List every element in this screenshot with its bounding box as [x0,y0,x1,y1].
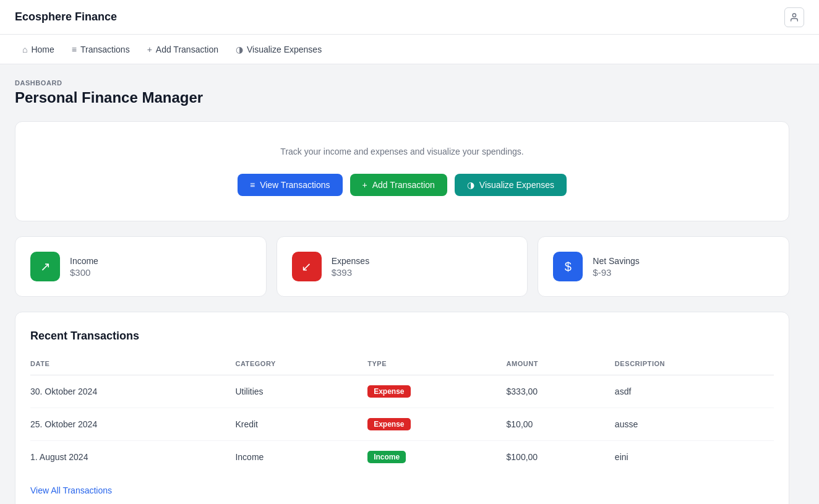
pie-chart-icon: ◑ [467,180,474,190]
svg-point-0 [792,14,795,17]
app-title: Ecosphere Finance [15,11,117,23]
cell-description: eini [615,441,774,474]
plus-icon: + [362,180,367,190]
cell-amount: $10,00 [507,408,615,441]
stats-row: ↗ Income $300 ↙ Expenses $393 $ Net Savi… [15,236,789,297]
nav-add-transaction[interactable]: + Add Transaction [140,41,226,58]
header: Ecosphere Finance [0,0,819,35]
hero-buttons: ≡ View Transactions + Add Transaction ◑ … [30,174,774,196]
transactions-table: DATE CATEGORY TYPE AMOUNT DESCRIPTION 30… [30,355,774,473]
navbar: ⌂ Home ≡ Transactions + Add Transaction … [0,35,819,64]
user-avatar[interactable] [784,7,804,27]
cell-type: Expense [367,408,506,441]
breadcrumb: DASHBOARD [15,79,789,87]
cell-date: 25. Oktober 2024 [30,408,235,441]
col-type: TYPE [367,355,506,375]
list-icon: ≡ [250,180,255,190]
income-card: ↗ Income $300 [15,236,267,297]
home-icon: ⌂ [22,45,27,54]
view-all-transactions-link[interactable]: View All Transactions [30,485,112,495]
nav-visualize-expenses[interactable]: ◑ Visualize Expenses [228,41,329,58]
table-row: 30. Oktober 2024 Utilities Expense $333,… [30,375,774,408]
add-transaction-button[interactable]: + Add Transaction [350,174,447,196]
chart-icon: ◑ [236,45,243,54]
add-icon: + [147,45,152,54]
type-badge: Income [367,451,406,463]
net-savings-info: Net Savings $-93 [593,256,639,278]
col-date: DATE [30,355,235,375]
hero-description: Track your income and expenses and visua… [30,147,774,156]
nav-transactions[interactable]: ≡ Transactions [64,41,137,58]
cell-amount: $333,00 [507,375,615,408]
cell-category: Income [235,441,367,474]
cell-type: Income [367,441,506,474]
table-row: 25. Oktober 2024 Kredit Expense $10,00 a… [30,408,774,441]
cell-category: Kredit [235,408,367,441]
recent-transactions-card: Recent Transactions DATE CATEGORY TYPE A… [15,312,789,504]
recent-transactions-title: Recent Transactions [30,330,774,343]
col-description: DESCRIPTION [615,355,774,375]
col-amount: AMOUNT [507,355,615,375]
cell-description: ausse [615,408,774,441]
cell-amount: $100,00 [507,441,615,474]
main-content: DASHBOARD Personal Finance Manager Track… [0,64,804,504]
view-transactions-button[interactable]: ≡ View Transactions [238,174,343,196]
net-savings-card: $ Net Savings $-93 [538,236,789,297]
expenses-icon: ↙ [292,252,322,281]
net-savings-icon: $ [553,252,583,281]
transactions-icon: ≡ [72,45,77,54]
table-row: 1. August 2024 Income Income $100,00 ein… [30,441,774,474]
cell-type: Expense [367,375,506,408]
type-badge: Expense [367,385,410,398]
expenses-card: ↙ Expenses $393 [277,236,528,297]
cell-category: Utilities [235,375,367,408]
type-badge: Expense [367,418,410,430]
cell-description: asdf [615,375,774,408]
cell-date: 30. Oktober 2024 [30,375,235,408]
col-category: CATEGORY [235,355,367,375]
nav-home[interactable]: ⌂ Home [15,41,62,58]
page-title: Personal Finance Manager [15,89,789,106]
hero-card: Track your income and expenses and visua… [15,121,789,221]
expenses-info: Expenses $393 [332,256,369,278]
income-icon: ↗ [30,252,60,281]
cell-date: 1. August 2024 [30,441,235,474]
income-info: Income $300 [70,256,98,278]
visualize-expenses-button[interactable]: ◑ Visualize Expenses [455,174,567,196]
